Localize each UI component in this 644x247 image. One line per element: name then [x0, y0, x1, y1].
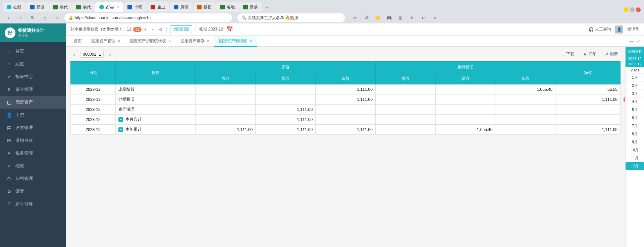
sidebar-item-archive-label: 归档管理 — [15, 176, 33, 182]
browser-tab-9[interactable]: 畅捷 — [193, 2, 216, 12]
translate-icon[interactable]: 译 — [362, 13, 371, 22]
undo-icon[interactable]: ↩ — [419, 13, 428, 22]
period-month-1[interactable]: 1月 — [626, 74, 644, 82]
row1-acc-balance: 1,055.45 — [495, 84, 555, 95]
tab-5-close-icon[interactable]: ✕ — [116, 5, 119, 9]
table-row: 2023-12 资产清理 1,111.00 — [71, 105, 621, 115]
sidebar-item-funds[interactable]: ¥ 资金管理 — [0, 83, 66, 96]
browser-tab-1[interactable]: 在线 — [3, 2, 25, 12]
refresh-button[interactable]: ↺ 刷新 — [602, 50, 621, 58]
sidebar-item-home[interactable]: ⌂ 首页 — [0, 45, 66, 58]
period-month-5[interactable]: 5月 — [626, 106, 644, 114]
period-month-12[interactable]: 12月 — [626, 162, 644, 170]
browser-tab-11[interactable]: 目前 — [239, 2, 262, 12]
calendar-icon[interactable]: 📅 — [226, 26, 233, 33]
new-tab-button[interactable]: + — [262, 3, 272, 12]
period-year[interactable]: 2023 — [626, 67, 644, 74]
tab-minimize-icon[interactable]: — — [629, 38, 634, 44]
back-button[interactable]: ‹ — [4, 13, 13, 22]
game-icon[interactable]: 🎮 — [384, 13, 394, 22]
search-box[interactable]: 🔍 央视更新主持人名单 🔥热搜 — [237, 13, 345, 22]
tab-fixed-asset-detail-close-icon[interactable]: ✕ — [249, 39, 252, 43]
browser-tab-5[interactable]: 好会 ✕ — [95, 2, 123, 12]
tab-fixed-asset-depr-close-icon[interactable]: ✕ — [168, 39, 171, 43]
th-orig-balance: 余额 — [316, 73, 376, 84]
period-month-7[interactable]: 7月 — [626, 122, 644, 130]
print-button[interactable]: 🖨 打印 — [580, 50, 599, 58]
sidebar-item-payroll[interactable]: 👤 工资 — [0, 109, 66, 121]
next-page-button[interactable]: › — [106, 51, 114, 58]
window-minimize-button[interactable] — [624, 7, 629, 12]
browser-tab-4[interactable]: 易代 — [72, 2, 95, 12]
browser-tab-10[interactable]: 各地 — [216, 2, 239, 12]
add-company-icon[interactable]: ＋ — [151, 26, 155, 33]
sidebar-item-settings[interactable]: ⚙ 设置 — [0, 185, 66, 198]
tab-fixed-asset-depr[interactable]: 固定资产折旧统计表 ✕ — [125, 36, 176, 47]
row3-net-value — [555, 105, 621, 115]
browser-tab-2[interactable]: 新版 — [26, 2, 49, 12]
service-label: 人工咨询 — [595, 26, 611, 32]
prev-page-button[interactable]: ‹ — [70, 51, 78, 58]
row1-summary: 上期结转 — [116, 84, 196, 95]
settings-icon: ⚙ — [6, 189, 12, 194]
payroll-icon: 👤 — [6, 112, 12, 118]
brightness-icon[interactable]: ☀ — [407, 13, 417, 22]
user-name[interactable]: 徐译华 — [627, 26, 639, 32]
scissors-icon[interactable]: ✂ — [350, 13, 360, 22]
sidebar-item-invoices[interactable]: ▤ 发票管理 — [0, 121, 66, 134]
row3-acc-credit — [435, 105, 495, 115]
tab-10-label: 各地 — [227, 4, 235, 10]
row5-acc-credit: 1,055.45 — [435, 125, 495, 135]
row3-orig-credit: 1,111.00 — [256, 105, 316, 115]
forward-button[interactable]: › — [16, 13, 25, 22]
sidebar-item-tax[interactable]: ✦ 税务管理 — [0, 147, 66, 160]
browser-tab-6[interactable]: 个税 — [123, 2, 146, 12]
top-bar-right: 🎧 人工咨询 👤 徐译华 — [589, 25, 639, 34]
row5-net-value: 1,111.00 — [555, 125, 621, 135]
sidebar-item-closing[interactable]: ✓ 结账 — [0, 160, 66, 172]
browser-tab-3[interactable]: 易代 — [49, 2, 72, 12]
sidebar-item-general-ledger[interactable]: ≡ 总账 — [0, 58, 66, 70]
refresh-button[interactable]: ↻ — [28, 13, 38, 22]
page-number[interactable]: 000001 — [83, 52, 96, 57]
period-month-6[interactable]: 6月 — [626, 114, 644, 122]
period-month-11[interactable]: 11月 — [626, 154, 644, 162]
company-selector[interactable]: 刘小艳演示账套（勿删勿动！）11 11 ▼ — [70, 26, 147, 32]
period-month-9[interactable]: 9月 — [626, 138, 644, 146]
sidebar-item-fixed-assets[interactable]: ◫ 固定资产 — [0, 96, 66, 109]
browser-tab-7[interactable]: 企业 — [147, 2, 169, 12]
download-button[interactable]: ↓ 下载 — [560, 50, 577, 58]
period-month-8[interactable]: 8月 — [626, 130, 644, 138]
bookmark-button[interactable]: ☆ — [52, 13, 62, 22]
grid-icon[interactable]: ⊞ — [396, 13, 405, 22]
period-month-3[interactable]: 3月 — [626, 90, 644, 98]
tab-fixed-asset-cat-close-icon[interactable]: ✕ — [207, 39, 210, 43]
period-month-2[interactable]: 2月 — [626, 82, 644, 90]
service-button[interactable]: 🎧 人工咨询 — [589, 26, 611, 32]
period-month-10[interactable]: 10月 — [626, 146, 644, 154]
row2-net-value: 1,111.00 2023 — [555, 95, 621, 105]
window-close-button[interactable] — [636, 7, 641, 12]
settings-gear-icon[interactable]: ⚙ — [159, 27, 163, 32]
window-restore-button[interactable] — [630, 7, 635, 12]
sidebar-item-guide[interactable]: ? 新手引导 — [0, 198, 66, 210]
sidebar-item-reports[interactable]: ↗ 报表中心 — [0, 70, 66, 83]
more-icon[interactable]: ≡ — [430, 13, 439, 22]
logo-text: 畅捷通好会计 — [18, 27, 44, 34]
wallet-icon[interactable]: 💛 — [373, 13, 382, 22]
period-month-4[interactable]: 4月 — [626, 98, 644, 106]
tab-fixed-asset-detail[interactable]: 固定资产明细账 ✕ — [214, 36, 257, 47]
tab-fixed-asset-cat[interactable]: 固定资产类别 ✕ — [176, 36, 214, 47]
browser-tab-8[interactable]: 腾讯 — [170, 2, 193, 12]
sidebar-item-inventory[interactable]: ⊞ 进销台账 — [0, 134, 66, 147]
url-bar[interactable]: 🔒 https://cloud.chanjet.com/accounting/u… — [64, 13, 232, 22]
switch-version-button[interactable]: 切到旧版 — [170, 25, 192, 33]
tab-fixed-asset-mgmt-close-icon[interactable]: ✕ — [117, 39, 120, 43]
home-button[interactable]: ⌂ — [40, 13, 50, 22]
tab-home[interactable]: 首页 — [69, 36, 87, 47]
sidebar-item-archive[interactable]: ⊙ 归档管理 — [0, 172, 66, 185]
row5-orig-debit: 1,111.00 — [196, 125, 256, 135]
tab-fixed-asset-mgmt[interactable]: 固定资产管理 ✕ — [87, 36, 125, 47]
tab-expand-icon[interactable]: ⤢ — [637, 38, 641, 44]
th-accumulated-depr: 累计折旧 — [375, 62, 555, 73]
